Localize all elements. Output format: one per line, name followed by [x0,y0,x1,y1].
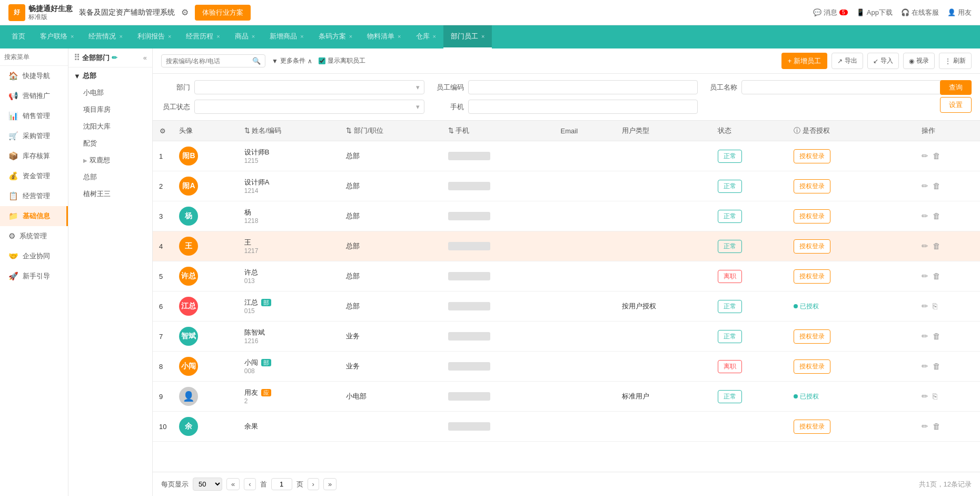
copy-button[interactable]: ⎘ [933,302,937,311]
tab-add-goods[interactable]: 新增商品 × [262,25,311,48]
edit-button[interactable]: ✏ [922,241,928,251]
tab-profit[interactable]: 利润报告 × [130,25,179,48]
col-name-code[interactable]: ⇅ 姓名/编码 [238,121,340,141]
last-page-button[interactable]: » [323,478,336,490]
sidebar-item-purchase[interactable]: 🛒 采购管理 [0,126,68,146]
tab-close-profit[interactable]: × [168,33,171,40]
delete-button[interactable]: 🗑 [933,422,941,431]
tab-goods[interactable]: 商品 × [227,25,262,48]
page-size-select[interactable]: 50 100 200 [193,478,222,491]
edit-button[interactable]: ✏ [922,271,928,281]
export-button[interactable]: ↗ 导出 [831,53,863,69]
tab-close-add-goods[interactable]: × [300,33,303,40]
tree-item-delivery[interactable]: 配货 [68,135,152,152]
copy-button[interactable]: ⎘ [933,392,937,401]
delete-button[interactable]: 🗑 [933,362,941,371]
edit-dept-icon[interactable]: ✏ [112,54,117,62]
sidebar-item-guide[interactable]: 🚀 新手引导 [0,266,68,286]
edit-button[interactable]: ✏ [922,392,928,401]
tab-close-bom[interactable]: × [398,33,401,40]
auth-login-button[interactable]: 授权登录 [794,329,830,344]
collapse-panel-btn[interactable]: « [143,54,147,62]
delete-button[interactable]: 🗑 [933,181,941,191]
next-page-button[interactable]: › [308,478,319,490]
more-button[interactable]: ⋮ 刷新 [939,53,972,69]
search-input[interactable] [166,57,250,65]
edit-button[interactable]: ✏ [922,422,928,431]
sidebar-item-inventory[interactable]: 📦 库存核算 [0,146,68,166]
sidebar-search-input[interactable] [4,53,68,61]
sidebar-item-marketing[interactable]: 📢 营销推广 [0,86,68,106]
col-dept-pos[interactable]: ⇅ 部门/职位 [340,121,442,141]
auth-login-button[interactable]: 授权登录 [794,269,830,284]
search-button[interactable]: 查询 [940,80,972,95]
first-page-button[interactable]: « [226,478,240,490]
tab-close-goods[interactable]: × [252,33,255,40]
view-button[interactable]: ◉ 视录 [903,53,935,69]
tab-close-operation[interactable]: × [119,33,122,40]
auth-login-button[interactable]: 授权登录 [794,359,830,374]
tab-history[interactable]: 经营历程 × [179,25,227,48]
sidebar-item-mgmt[interactable]: 📋 经营管理 [0,186,68,206]
delete-button[interactable]: 🗑 [933,332,941,341]
sidebar-item-basic[interactable]: 📁 基础信息 [0,206,68,226]
delete-button[interactable]: 🗑 [933,211,941,221]
tab-close-customer[interactable]: × [71,33,74,40]
tab-close-history[interactable]: × [216,33,220,40]
show-resigned-checkbox[interactable] [319,57,325,64]
tree-item-electronics[interactable]: 小电部 [68,84,152,101]
auth-login-button[interactable]: 授权登录 [794,420,830,434]
import-button[interactable]: ↙ 导入 [867,53,899,69]
delete-button[interactable]: 🗑 [933,151,941,161]
filter-empstatus-select[interactable]: ▾ [194,100,424,114]
reset-button[interactable]: 设置 [940,97,972,113]
auth-login-button[interactable]: 授权登录 [794,209,830,223]
app-download-item[interactable]: 📱 App下载 [856,8,893,17]
tree-item-hq[interactable]: 总部 [68,169,152,186]
tree-item-shenyang[interactable]: 沈阳大库 [68,118,152,135]
col-phone[interactable]: ⇅ 手机 [442,121,555,141]
sidebar-item-quick-nav[interactable]: 🏠 快捷导航 [0,66,68,86]
filter-empcode-input[interactable] [468,80,698,94]
edit-button[interactable]: ✏ [922,302,928,311]
tab-home[interactable]: 首页 [4,25,33,48]
user-item[interactable]: 👤 用友 [947,8,972,17]
show-resigned-checkbox-area[interactable]: 显示离职员工 [319,56,365,65]
tab-close-warehouse[interactable]: × [433,33,436,40]
tree-item-corp[interactable]: ▼ 总部 [68,67,152,84]
col-settings[interactable]: ⚙ [153,121,173,141]
tab-operation[interactable]: 经营情况 × [81,25,130,48]
edit-button[interactable]: ✏ [922,151,928,161]
more-filter-btn[interactable]: ▼ 更多条件 ∧ [272,56,312,65]
filter-phone-input[interactable] [468,100,698,114]
edit-button[interactable]: ✏ [922,362,928,371]
auth-login-button[interactable]: 授权登录 [794,179,830,193]
tab-barcode[interactable]: 条码方案 × [311,25,360,48]
tab-bom[interactable]: 物料清单 × [360,25,408,48]
message-item[interactable]: 💬 消息 5 [813,8,848,17]
sidebar-item-collab[interactable]: 🤝 企业协同 [0,246,68,266]
page-input[interactable] [271,478,292,490]
sidebar-item-system[interactable]: ⚙ 系统管理 [0,226,68,246]
filter-dept-select[interactable]: ▾ [194,80,424,94]
tab-dept-employee[interactable]: 部门员工 × [443,25,492,48]
filter-empname-input[interactable] [741,80,972,94]
settings-icon[interactable]: ⚙ [160,127,166,135]
sidebar-item-sales[interactable]: 📊 销售管理 [0,106,68,126]
online-service-item[interactable]: 🎧 在线客服 [901,8,939,17]
edit-button[interactable]: ✏ [922,211,928,221]
auth-login-button[interactable]: 授权登录 [794,149,830,163]
prev-page-button[interactable]: ‹ [244,478,255,490]
trial-button[interactable]: 体验行业方案 [195,5,251,21]
edit-button[interactable]: ✏ [922,181,928,191]
auth-login-button[interactable]: 授权登录 [794,239,830,254]
delete-button[interactable]: 🗑 [933,271,941,281]
gear-button[interactable]: ⚙ [181,7,189,17]
edit-button[interactable]: ✏ [922,332,928,341]
tab-close-barcode[interactable]: × [349,33,352,40]
tree-item-double[interactable]: ▶ 双鹿想 [68,152,152,169]
tab-close-dept-employee[interactable]: × [481,33,484,40]
tree-item-project[interactable]: 项目库房 [68,101,152,118]
delete-button[interactable]: 🗑 [933,241,941,251]
tab-warehouse[interactable]: 仓库 × [409,25,443,48]
